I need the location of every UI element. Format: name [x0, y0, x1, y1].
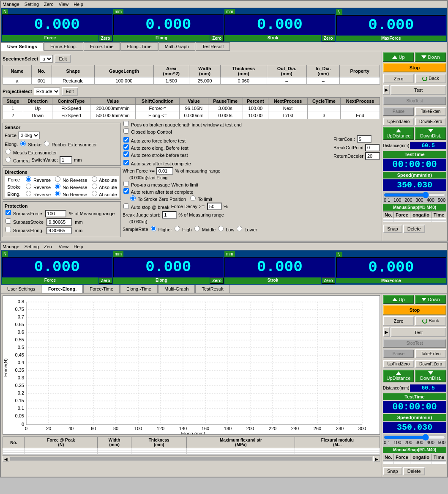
zero-btn[interactable]: Zero	[383, 74, 414, 83]
delete-btn[interactable]: Delete	[403, 225, 425, 233]
switch-value-input[interactable]	[60, 156, 72, 164]
snap-btn-b[interactable]: Snap	[383, 467, 402, 475]
sample-high-radio[interactable]	[175, 226, 180, 231]
updistance-btn-b[interactable]: UpDistance	[383, 370, 414, 382]
elong-reverse-radio[interactable]	[26, 191, 31, 196]
stop-btn-b[interactable]: Stop	[383, 305, 446, 315]
menu-help[interactable]: Help	[74, 2, 83, 7]
menu-manage[interactable]: Manage	[3, 2, 19, 7]
tab-test-result-b[interactable]: TestResult	[195, 285, 229, 293]
stroke-noreverse-radio[interactable]	[55, 184, 60, 189]
surpass-force-check[interactable]	[5, 210, 11, 215]
downdist-btn-b[interactable]: DownDist.	[415, 370, 446, 382]
pops-broken-check[interactable]	[123, 121, 129, 126]
popup-message-check[interactable]	[123, 181, 129, 187]
tab-user-settings[interactable]: User Settings	[1, 42, 44, 51]
auto-zero-elong-check[interactable]	[123, 144, 129, 150]
elong-zero-btn-b[interactable]: Zero	[210, 277, 224, 284]
surpass-elong-check[interactable]	[5, 227, 11, 232]
closed-loop-check[interactable]	[123, 128, 129, 134]
break-judge-input[interactable]	[162, 211, 177, 219]
downf-zero-btn-b[interactable]: DownF.Zero	[415, 360, 446, 368]
tab-force-time[interactable]: Force-Time	[84, 42, 120, 51]
back-btn[interactable]: Back	[415, 74, 446, 83]
tab-elong-time-b[interactable]: Elong.-Time	[120, 285, 158, 293]
when-force-input[interactable]	[156, 167, 173, 175]
snap-btn[interactable]: Snap	[383, 225, 402, 233]
down-btn-b[interactable]: Down	[415, 295, 446, 304]
up-btn-b[interactable]: Up	[383, 295, 414, 304]
sample-middle-radio[interactable]	[194, 226, 200, 231]
force-reverse-radio[interactable]	[26, 176, 31, 182]
force-sensor-select[interactable]: 3.0kg	[18, 132, 40, 139]
surpass-elong-input[interactable]	[46, 227, 72, 234]
project-edit-btn[interactable]: Edit	[62, 87, 78, 96]
force-zero-btn[interactable]: Zero	[99, 35, 112, 41]
elong-zero-btn[interactable]: Zero	[210, 35, 224, 41]
tab-multi-graph-b[interactable]: Multi-Graph	[158, 285, 195, 293]
updistance-btn[interactable]: UpDistance	[383, 127, 414, 140]
speed-slider[interactable]	[384, 193, 445, 197]
up-btn[interactable]: Up	[383, 52, 414, 62]
menu-zero-b[interactable]: Zero	[44, 244, 54, 249]
menu-view[interactable]: View	[59, 2, 69, 7]
auto-save-check[interactable]	[123, 160, 129, 165]
strok-zero-btn[interactable]: Zero	[322, 35, 335, 41]
auto-return-check[interactable]	[123, 188, 129, 194]
stroke-radio[interactable]	[20, 141, 26, 146]
elong-absolute-radio[interactable]	[92, 191, 97, 196]
downf-zero-btn[interactable]: DownF.Zero	[415, 118, 446, 126]
tab-test-result[interactable]: TestResult	[196, 42, 230, 51]
delete-btn-b[interactable]: Delete	[403, 467, 425, 475]
menu-setting-b[interactable]: Setting	[25, 244, 39, 249]
menu-help-b[interactable]: Help	[74, 244, 83, 249]
stroke-reverse-radio[interactable]	[26, 184, 31, 189]
upfind-zero-btn[interactable]: UpFindZero	[383, 118, 414, 126]
stroke-absolute-radio[interactable]	[92, 184, 97, 189]
force-absolute-radio[interactable]	[92, 176, 97, 182]
down-btn[interactable]: Down	[415, 52, 446, 62]
tab-force-time-b[interactable]: Force-Time	[83, 285, 120, 293]
menu-manage-b[interactable]: Manage	[3, 244, 19, 249]
zero-btn-b[interactable]: Zero	[383, 316, 414, 326]
surpass-stroke-input[interactable]	[46, 218, 72, 226]
speed-slider-b[interactable]	[384, 436, 445, 439]
sample-higher-radio[interactable]	[151, 226, 156, 231]
test-btn-b[interactable]: Test	[391, 327, 446, 337]
tab-force-elong[interactable]: Force-Elong.	[44, 42, 83, 51]
auto-zero-stroke-check[interactable]	[123, 151, 129, 157]
tab-multi-graph[interactable]: Multi-Graph	[158, 42, 195, 51]
take-exten-btn[interactable]: TakeExten	[415, 107, 446, 116]
elong-noreverse-radio[interactable]	[55, 191, 60, 196]
sample-lower-radio[interactable]	[237, 226, 242, 231]
upfind-zero-btn-b[interactable]: UpFindZero	[383, 360, 414, 368]
test-btn[interactable]: Test	[391, 85, 446, 95]
strok-zero-btn-b[interactable]: Zero	[322, 277, 335, 284]
surpass-stroke-check[interactable]	[5, 218, 11, 224]
force-noreverse-radio[interactable]	[55, 176, 60, 182]
play-btn[interactable]: ▶	[383, 85, 390, 95]
return-deceler-input[interactable]	[365, 152, 380, 160]
back-btn-b[interactable]: Back	[415, 316, 446, 326]
specimen-edit-btn[interactable]: Edit	[55, 55, 71, 63]
camera-radio[interactable]	[5, 157, 11, 162]
sample-low-radio[interactable]	[218, 226, 224, 231]
force-zero-btn-b[interactable]: Zero	[99, 277, 112, 284]
tab-force-elong-b[interactable]: Force-Elong.	[42, 285, 83, 293]
break-cut-input[interactable]	[365, 144, 380, 151]
filter-coe-input[interactable]	[357, 135, 372, 143]
menu-setting[interactable]: Setting	[25, 2, 39, 7]
scroll-left-btn[interactable]: ◀	[3, 456, 9, 462]
auto-stop-check[interactable]	[123, 203, 129, 209]
force-decay-input[interactable]	[207, 203, 222, 210]
stop-btn[interactable]: Stop	[383, 63, 446, 72]
return-stroke-zero-radio[interactable]	[130, 195, 136, 201]
rubber-ext-radio[interactable]	[44, 141, 49, 146]
menu-view-b[interactable]: View	[59, 244, 69, 249]
downdist-btn[interactable]: DownDist.	[415, 127, 446, 140]
metals-ext-radio[interactable]	[5, 149, 11, 154]
return-to-limit-radio[interactable]	[190, 195, 196, 201]
take-exten-btn-b[interactable]: TakeExten	[415, 349, 446, 358]
scrollbar-bottom[interactable]: ◀ ▶	[3, 456, 380, 461]
play-btn-b[interactable]: ▶	[383, 327, 390, 337]
